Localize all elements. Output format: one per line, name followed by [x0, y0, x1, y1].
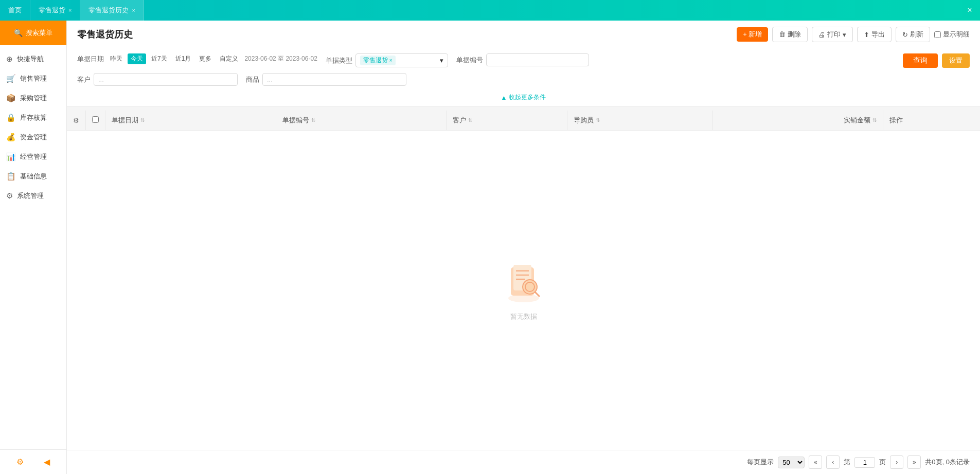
tab-list: 首页 零售退货 × 零售退货历史 ×	[0, 0, 959, 21]
date-btn-yesterday[interactable]: 昨天	[107, 53, 126, 64]
query-button[interactable]: 查询	[903, 53, 938, 68]
filter-date-buttons: 昨天 今天 近7天 近1月 更多 自定义	[107, 53, 241, 64]
page-title: 零售退货历史	[77, 28, 133, 41]
main-layout: 🔍 搜索菜单 ⊕ 快捷导航 🛒 销售管理 📦 采购管理 🔒 库存核算 💰	[0, 21, 980, 474]
th-doc-no-sort[interactable]: 单据编号 ⇅	[282, 116, 440, 125]
refresh-icon: ↻	[902, 31, 908, 39]
date-btn-1month[interactable]: 近1月	[172, 53, 194, 64]
first-page-button[interactable]: «	[809, 455, 822, 469]
export-button[interactable]: ⬆ 导出	[857, 27, 892, 42]
quick-nav-icon: ⊕	[6, 54, 13, 64]
th-doc-no-sort-icon: ⇅	[311, 118, 315, 123]
window-close-button[interactable]: ×	[959, 0, 980, 21]
print-icon: 🖨	[818, 31, 825, 39]
th-customer-label: 客户	[453, 116, 466, 125]
new-button[interactable]: + 新增	[737, 27, 768, 42]
tab-home[interactable]: 首页	[0, 0, 30, 21]
filter-customer: 客户 ...	[77, 73, 238, 86]
page-number-input[interactable]	[854, 457, 875, 468]
collapse-bar[interactable]: ▲ 收起更多条件	[77, 91, 970, 106]
tab-retail-return-history[interactable]: 零售退货历史 ×	[80, 0, 144, 21]
date-btn-7days[interactable]: 近7天	[148, 53, 170, 64]
select-all-checkbox[interactable]	[92, 116, 99, 123]
print-button[interactable]: 🖨 打印 ▾	[812, 27, 853, 42]
per-page-select[interactable]: 10 20 50 100	[778, 457, 805, 468]
sales-mgmt-icon: 🛒	[6, 74, 16, 83]
export-label: 导出	[871, 30, 885, 39]
sidebar-item-ops-mgmt-label: 经营管理	[20, 152, 47, 161]
tab-retail-return-history-close[interactable]: ×	[132, 7, 135, 13]
empty-text: 暂无数据	[510, 312, 537, 321]
date-btn-more[interactable]: 更多	[196, 53, 215, 64]
filter-goods-input[interactable]: ...	[262, 73, 406, 86]
filter-type-select[interactable]: 零售退货 × ▾	[355, 53, 448, 67]
filter-type-tag: 零售退货 ×	[360, 56, 396, 65]
content-area: 零售退货历史 + 新增 🗑 删除 🖨 打印 ▾ ⬆ 导出 ↻	[67, 21, 980, 474]
tab-retail-return-history-label: 零售退货历史	[88, 6, 129, 15]
data-table: ⚙ 单据日期 ⇅ 单据编号	[67, 111, 980, 131]
filter-customer-label: 客户	[77, 75, 91, 84]
next-page-button[interactable]: ›	[890, 455, 903, 469]
refresh-button[interactable]: ↻ 刷新	[896, 27, 930, 42]
sys-mgmt-icon: ⚙	[6, 191, 13, 200]
date-range-text: 2023-06-02 至 2023-06-02	[244, 54, 317, 63]
show-detail-checkbox-wrapper[interactable]: 显示明细	[934, 30, 970, 39]
page-label: 第	[844, 458, 850, 467]
sidebar-settings-button[interactable]: ⚙	[16, 457, 24, 467]
sidebar-item-inventory[interactable]: 🔒 库存核算	[0, 108, 66, 127]
th-settings: ⚙	[67, 111, 86, 131]
print-dropdown-icon: ▾	[843, 31, 846, 39]
sidebar-item-purchase-mgmt[interactable]: 📦 采购管理	[0, 88, 66, 108]
th-customer-sort[interactable]: 客户 ⇅	[453, 116, 561, 125]
filter-goods: 商品 ...	[246, 73, 406, 86]
show-detail-checkbox[interactable]	[934, 31, 941, 38]
th-amount-sort[interactable]: 实销金额 ⇅	[719, 116, 877, 125]
filter-row-2: 客户 ... 商品 ...	[77, 73, 970, 86]
tab-home-label: 首页	[8, 6, 22, 15]
filter-type-tag-close[interactable]: ×	[389, 58, 393, 63]
th-ops: 操作	[883, 111, 980, 131]
th-doc-date-sort-icon: ⇅	[140, 118, 145, 123]
th-doc-date-sort[interactable]: 单据日期 ⇅	[112, 116, 270, 125]
collapse-label: 收起更多条件	[509, 93, 546, 102]
th-amount: 实销金额 ⇅	[712, 111, 883, 131]
svg-line-8	[535, 292, 539, 296]
th-guide-sort[interactable]: 导购员 ⇅	[574, 116, 706, 125]
sidebar-item-finance[interactable]: 💰 资金管理	[0, 127, 66, 147]
filter-date: 单据日期 昨天 今天 近7天 近1月 更多 自定义 2023-06-02 至 2…	[77, 53, 317, 64]
total-info: 共0页, 0条记录	[925, 458, 970, 467]
sidebar-item-basic-info[interactable]: 📋 基础信息	[0, 167, 66, 186]
show-detail-label: 显示明细	[943, 30, 970, 39]
export-icon: ⬆	[864, 31, 869, 39]
date-btn-custom[interactable]: 自定义	[217, 53, 241, 64]
delete-button[interactable]: 🗑 删除	[772, 27, 808, 42]
prev-page-button[interactable]: ‹	[826, 455, 840, 469]
pagination-bar: 每页显示 10 20 50 100 « ‹ 第 页 › » 共0页, 0条记录	[67, 450, 980, 474]
sidebar-search-label: 搜索菜单	[26, 28, 52, 38]
sidebar-item-sales-mgmt[interactable]: 🛒 销售管理	[0, 69, 66, 88]
filter-doc-number-input[interactable]	[486, 53, 589, 66]
sidebar: 🔍 搜索菜单 ⊕ 快捷导航 🛒 销售管理 📦 采购管理 🔒 库存核算 💰	[0, 21, 67, 474]
settings-button[interactable]: 设置	[942, 53, 970, 68]
collapse-icon: ▲	[501, 94, 507, 101]
last-page-button[interactable]: »	[907, 455, 921, 469]
sidebar-collapse-button[interactable]: ◀	[44, 457, 50, 467]
sidebar-item-ops-mgmt[interactable]: 📊 经营管理	[0, 147, 66, 167]
sidebar-item-sales-mgmt-label: 销售管理	[20, 74, 47, 83]
th-doc-no: 单据编号 ⇅	[276, 111, 447, 131]
table-header: ⚙ 单据日期 ⇅ 单据编号	[67, 111, 980, 131]
date-btn-today[interactable]: 今天	[128, 53, 146, 64]
tab-retail-return[interactable]: 零售退货 ×	[30, 0, 80, 21]
sidebar-item-sys-mgmt[interactable]: ⚙ 系统管理	[0, 186, 66, 206]
sidebar-item-inventory-label: 库存核算	[20, 113, 47, 122]
filter-type-dropdown-icon: ▾	[440, 57, 443, 64]
page-header: 零售退货历史 + 新增 🗑 删除 🖨 打印 ▾ ⬆ 导出 ↻	[67, 21, 980, 106]
th-guide: 导购员 ⇅	[567, 111, 712, 131]
column-settings-icon[interactable]: ⚙	[73, 117, 79, 124]
search-icon: 🔍	[14, 29, 23, 37]
filter-type-label: 单据类型	[326, 56, 352, 65]
tab-retail-return-close[interactable]: ×	[68, 7, 72, 13]
filter-customer-input[interactable]: ...	[94, 73, 238, 86]
sidebar-search[interactable]: 🔍 搜索菜单	[0, 21, 66, 45]
sidebar-item-quick-nav[interactable]: ⊕ 快捷导航	[0, 49, 66, 69]
